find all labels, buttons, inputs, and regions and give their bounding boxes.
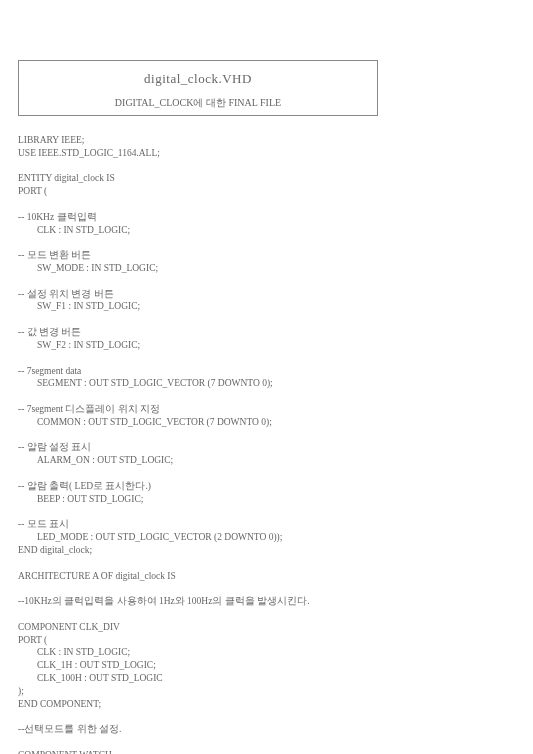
file-title: digital_clock.VHD	[19, 71, 377, 88]
file-subtitle: DIGITAL_CLOCK에 대한 FINAL FILE	[19, 96, 377, 109]
title-box: digital_clock.VHD DIGITAL_CLOCK에 대한 FINA…	[18, 60, 378, 116]
code-listing: LIBRARY IEEE; USE IEEE.STD_LOGIC_1164.AL…	[18, 134, 515, 754]
